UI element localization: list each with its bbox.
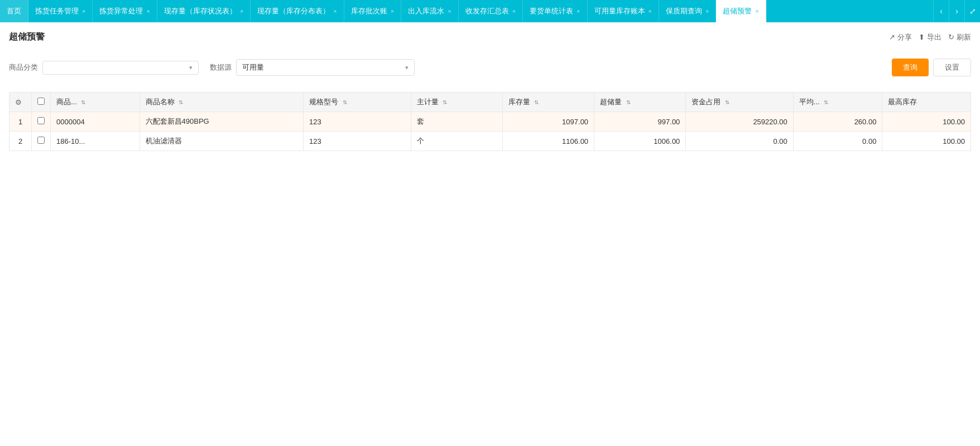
share-button[interactable]: ↗ 分享 <box>889 32 912 42</box>
close-icon[interactable]: × <box>448 8 451 14</box>
page-actions: ↗ 分享 ⬆ 导出 ↻ 刷新 <box>889 32 971 42</box>
col-capital[interactable]: 资金占用 ⇅ <box>686 93 793 112</box>
close-icon[interactable]: × <box>240 8 243 14</box>
cell-overstock: 997.00 <box>594 112 686 132</box>
sort-icon: ⇅ <box>534 99 539 105</box>
select-all-checkbox[interactable] <box>37 98 45 105</box>
datasource-filter-group: 数据源 可用量 ▾ <box>210 59 415 76</box>
nav-item-3[interactable]: 现存量（库存状况表） × <box>157 0 251 22</box>
col-select-all[interactable] <box>32 93 51 112</box>
cell-capital: 0.00 <box>686 132 793 151</box>
nav-item-7[interactable]: 收发存汇总表 × <box>459 0 523 22</box>
page-header: 超储预警 ↗ 分享 ⬆ 导出 ↻ 刷新 <box>9 31 971 43</box>
nav-item-5[interactable]: 库存批次账 × <box>344 0 401 22</box>
category-filter-group: 商品分类 ▾ <box>9 61 199 75</box>
settings-button[interactable]: 设置 <box>933 59 971 76</box>
col-settings[interactable]: ⚙ <box>9 93 32 112</box>
cell-stock: 1106.00 <box>502 132 594 151</box>
cell-unit: 套 <box>411 112 502 132</box>
cell-avg: 260.00 <box>793 112 882 132</box>
col-unit[interactable]: 主计量 ⇅ <box>411 93 502 112</box>
filter-buttons: 查询 设置 <box>892 59 971 76</box>
sort-icon: ⇅ <box>81 99 85 105</box>
datasource-label: 数据源 <box>210 62 232 72</box>
col-stock[interactable]: 库存量 ⇅ <box>502 93 594 112</box>
nav-item-10[interactable]: 保质期查询 × <box>659 0 716 22</box>
table-row: 2 186-10... 机油滤清器 123 个 1106.00 1006.00 … <box>9 132 971 151</box>
col-spec[interactable]: 规格型号 ⇅ <box>304 93 411 112</box>
cell-unit: 个 <box>411 132 502 151</box>
col-product-code[interactable]: 商品... ⇅ <box>51 93 140 112</box>
cell-stock: 1097.00 <box>502 112 594 132</box>
chevron-down-icon: ▾ <box>405 64 409 71</box>
cell-product-code: 0000004 <box>51 112 140 132</box>
table-header-row: ⚙ 商品... ⇅ 商品名称 ⇅ 规格型号 ⇅ 主计量 <box>9 93 971 112</box>
table-row: 1 0000004 六配套新昌490BPG 123 套 1097.00 997.… <box>9 112 971 132</box>
chevron-down-icon: ▾ <box>189 64 193 71</box>
col-max-stock: 最高库存 <box>882 93 971 112</box>
page-content: 超储预警 ↗ 分享 ⬆ 导出 ↻ 刷新 商品分类 ▾ 数据源 <box>0 22 980 446</box>
filter-row: 商品分类 ▾ 数据源 可用量 ▾ 查询 设置 <box>9 52 971 83</box>
nav-expand-button[interactable]: ⤢ <box>964 0 980 22</box>
category-label: 商品分类 <box>9 62 38 72</box>
close-icon[interactable]: × <box>82 8 85 14</box>
close-icon[interactable]: × <box>648 8 652 14</box>
row-checkbox[interactable] <box>37 117 45 124</box>
cell-product-code: 186-10... <box>51 132 140 151</box>
nav-item-9[interactable]: 可用量库存账本 × <box>588 0 659 22</box>
row-index: 2 <box>9 132 32 151</box>
datasource-select[interactable]: 可用量 ▾ <box>236 59 415 76</box>
sort-icon: ⇅ <box>824 99 828 105</box>
row-checkbox-cell[interactable] <box>32 112 51 132</box>
sort-icon: ⇅ <box>343 99 347 105</box>
close-icon[interactable]: × <box>391 8 394 14</box>
nav-prev-button[interactable]: ‹ <box>933 0 949 22</box>
cell-max-stock: 100.00 <box>882 132 971 151</box>
col-product-name[interactable]: 商品名称 ⇅ <box>140 93 304 112</box>
sort-icon: ⇅ <box>443 99 447 105</box>
sort-icon: ⇅ <box>725 99 729 105</box>
nav-item-8[interactable]: 要货单统计表 × <box>523 0 587 22</box>
cell-product-name: 机油滤清器 <box>140 132 304 151</box>
settings-icon[interactable]: ⚙ <box>15 98 22 106</box>
sort-icon: ⇅ <box>179 99 183 105</box>
export-icon: ⬆ <box>919 33 925 41</box>
cell-capital: 259220.00 <box>686 112 793 132</box>
col-avg[interactable]: 平均... ⇅ <box>793 93 882 112</box>
datasource-value: 可用量 <box>242 62 264 72</box>
cell-spec: 123 <box>304 112 411 132</box>
row-checkbox-cell[interactable] <box>32 132 51 151</box>
cell-max-stock: 100.00 <box>882 112 971 132</box>
nav-item-1[interactable]: 拣货任务管理 × <box>28 0 93 22</box>
cell-spec: 123 <box>304 132 411 151</box>
cell-overstock: 1006.00 <box>594 132 686 151</box>
refresh-icon: ↻ <box>948 33 954 41</box>
data-table: ⚙ 商品... ⇅ 商品名称 ⇅ 规格型号 ⇅ 主计量 <box>9 92 971 151</box>
export-button[interactable]: ⬆ 导出 <box>919 32 941 42</box>
close-icon[interactable]: × <box>755 8 758 14</box>
col-overstock[interactable]: 超储量 ⇅ <box>594 93 686 112</box>
nav-arrows: ‹ › ⤢ <box>933 0 980 22</box>
category-select[interactable]: ▾ <box>42 61 199 75</box>
sort-icon: ⇅ <box>626 99 631 105</box>
close-icon[interactable]: × <box>333 8 337 14</box>
page-title: 超储预警 <box>9 31 45 43</box>
close-icon[interactable]: × <box>146 8 150 14</box>
close-icon[interactable]: × <box>512 8 516 14</box>
close-icon[interactable]: × <box>705 8 709 14</box>
nav-item-6[interactable]: 出入库流水 × <box>401 0 458 22</box>
cell-avg: 0.00 <box>793 132 882 151</box>
nav-item-4[interactable]: 现存量（库存分布表） × <box>251 0 344 22</box>
nav-next-button[interactable]: › <box>949 0 964 22</box>
refresh-button[interactable]: ↻ 刷新 <box>948 32 971 42</box>
nav-item-2[interactable]: 拣货异常处理 × <box>93 0 157 22</box>
nav-item-home[interactable]: 首页 <box>0 0 28 22</box>
share-icon: ↗ <box>889 33 895 41</box>
cell-product-name: 六配套新昌490BPG <box>140 112 304 132</box>
query-button[interactable]: 查询 <box>892 59 929 76</box>
row-index: 1 <box>9 112 32 132</box>
row-checkbox[interactable] <box>37 137 45 144</box>
close-icon[interactable]: × <box>577 8 580 14</box>
nav-item-active[interactable]: 超储预警 × <box>716 0 766 22</box>
nav-bar: 首页 拣货任务管理 × 拣货异常处理 × 现存量（库存状况表） × 现存量（库存… <box>0 0 980 22</box>
